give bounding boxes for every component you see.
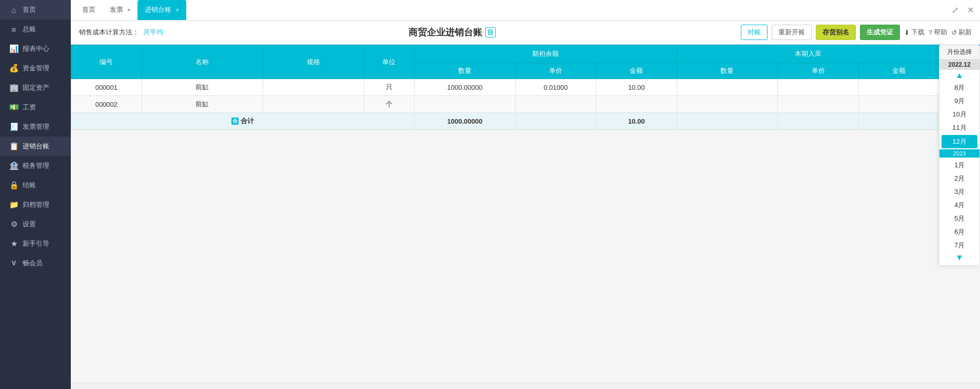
cell-spec [263,79,364,96]
sidebar-item-invoice-mgmt[interactable]: 🧾 发票管理 [0,117,71,137]
col-spec: 规格 [263,45,364,79]
sidebar-item-salary[interactable]: 💵 工资 [0,98,71,117]
sidebar-item-ledger[interactable]: ≡ 总账 [0,20,71,39]
cell-begin-qty: 1000.00000 [415,79,516,96]
help-link[interactable]: ? 帮助 [929,28,947,37]
title-info-icon[interactable]: 目 [485,27,496,37]
month-item-7[interactable]: 7月 [939,239,979,252]
download-link[interactable]: ⬇ 下载 [904,28,925,37]
restore-button[interactable]: ⤢ [949,5,961,16]
total-in-qty [677,113,778,130]
table-row[interactable]: 000002 前缸 个 [71,96,980,113]
col-group-in: 本期入库 [677,45,939,63]
total-icon: 合 [231,118,239,125]
sidebar-item-fixed-assets[interactable]: 🏢 固定资产 [0,78,71,98]
sidebar-item-archive[interactable]: 📁 归档管理 [0,195,71,215]
sidebar-item-purchase-sale[interactable]: 📋 进销台账 [0,137,71,156]
month-item-5[interactable]: 5月 [939,212,979,225]
cell-in-amount [858,79,939,96]
total-begin-price [515,113,596,130]
total-row: 合 合计 1000.00000 10.00 [71,113,980,130]
sidebar-item-label: 归档管理 [23,200,49,209]
month-item-4[interactable]: 4月 [939,199,979,212]
month-nav-down[interactable]: ▼ [939,252,979,263]
col-in-amount: 金额 [858,63,939,79]
col-begin-qty: 数量 [415,63,516,79]
total-begin-qty: 1000.00000 [415,113,516,130]
archive-icon: 📁 [9,200,18,209]
reconcile-button[interactable]: 对账 [741,25,768,40]
tab-home[interactable]: 首页 [75,0,103,20]
save-alias-button[interactable]: 存货别名 [816,25,856,40]
ledger-icon: ≡ [9,25,18,34]
cell-spec [263,96,364,113]
reopen-button[interactable]: 重新开账 [772,25,812,40]
month-nav-up[interactable]: ▲ [939,70,979,81]
tab-purchase-sale-label: 进销台账 [145,5,171,14]
cell-begin-amount [596,96,677,113]
sidebar-item-guide[interactable]: ★ 新手引导 [0,234,71,254]
sidebar-item-close[interactable]: 🔒 结账 [0,176,71,195]
col-in-qty: 数量 [677,63,778,79]
sidebar-item-label: 新手引导 [23,239,49,248]
cell-in-price [778,96,858,113]
tab-invoice[interactable]: 发票 × [103,0,138,20]
month-item-10[interactable]: 10月 [939,108,979,121]
sidebar-item-tax[interactable]: 🏦 税务管理 [0,156,71,176]
table-row[interactable]: 000001 前缸 只 1000.00000 0.01000 10.00 [71,79,980,96]
tab-purchase-sale[interactable]: 进销台账 × [138,0,186,20]
total-label-cell: 合 合计 [71,113,415,130]
year-2023-label: 2023 [939,149,979,158]
month-item-6[interactable]: 6月 [939,225,979,239]
sidebar-item-funds[interactable]: 💰 资金管理 [0,59,71,78]
month-item-1[interactable]: 1月 [939,159,979,172]
sidebar-item-label: 总账 [23,25,36,34]
col-name: 名称 [142,45,263,79]
funds-icon: 💰 [9,64,18,73]
tab-invoice-close[interactable]: × [127,7,130,13]
cell-begin-price [515,96,596,113]
tab-bar: 首页 发票 × 进销台账 × ⤢ ✕ [71,0,980,21]
salary-icon: 💵 [9,103,18,112]
col-group-begin: 期初余额 [415,45,677,63]
refresh-link[interactable]: ↺ 刷新 [951,28,972,37]
sidebar-item-label: 固定资产 [23,83,49,92]
month-item-2[interactable]: 2月 [939,172,979,185]
col-begin-price: 单价 [515,63,596,79]
month-item-3[interactable]: 3月 [939,185,979,199]
help-icon: ? [929,29,932,36]
cost-method-label: 销售成本计算方法： 月平均 [79,28,163,37]
col-no: 编号 [71,45,142,79]
sidebar-item-label: 发票管理 [23,122,49,131]
guide-icon: ★ [9,239,18,248]
sidebar-item-settings[interactable]: ⚙ 设置 [0,215,71,234]
cell-no: 000002 [71,96,142,113]
month-item-8[interactable]: 8月 [939,81,979,94]
month-item-9[interactable]: 9月 [939,94,979,108]
cell-begin-qty [415,96,516,113]
data-table: 编号 名称 规格 单位 期初余额 本期入库 数 数量 单价 金额 数量 单价 [71,45,980,130]
total-in-price [778,113,858,130]
settings-icon: ⚙ [9,220,18,229]
sidebar-item-label: 首页 [23,5,36,14]
cell-in-qty [677,79,778,96]
sidebar-item-label: 进销台账 [23,142,49,151]
sidebar-item-home[interactable]: ⌂ 首页 [0,0,71,20]
sidebar-item-member[interactable]: V 畅会员 [0,254,71,273]
month-item-11[interactable]: 11月 [939,121,979,134]
table-container[interactable]: 编号 名称 规格 单位 期初余额 本期入库 数 数量 单价 金额 数量 单价 [71,45,980,383]
generate-voucher-button[interactable]: 生成凭证 [860,25,900,40]
total-in-amount [858,113,939,130]
sidebar-item-label: 结账 [23,181,36,190]
bottom-scrollbar[interactable] [71,383,980,389]
sidebar-item-label: 工资 [23,103,36,112]
cell-name: 前缸 [142,79,263,96]
sidebar-item-reports[interactable]: 📊 报表中心 [0,39,71,59]
month-item-12[interactable]: 12月 [942,135,977,148]
sidebar: ⌂ 首页 ≡ 总账 📊 报表中心 💰 资金管理 🏢 固定资产 💵 工资 🧾 发票… [0,0,71,389]
purchase-sale-icon: 📋 [9,142,18,151]
tab-home-label: 首页 [82,5,95,14]
tab-purchase-sale-close[interactable]: × [175,7,179,13]
close-window-button[interactable]: ✕ [965,5,976,16]
cell-in-price [778,79,858,96]
